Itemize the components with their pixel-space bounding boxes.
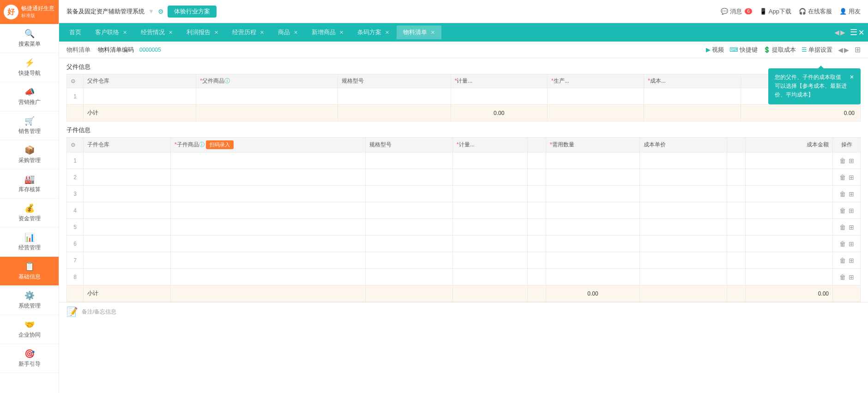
nav-tab-8[interactable]: 物料清单✕ — [397, 25, 441, 39]
child-product-7[interactable] — [171, 269, 366, 285]
trial-button[interactable]: 体验行业方案 — [168, 6, 217, 18]
copy-icon-4[interactable]: ⊞ — [849, 224, 854, 231]
child-unit-cost-0[interactable] — [639, 152, 727, 169]
sidebar-item-search[interactable]: 🔍搜索菜单 — [0, 24, 59, 53]
child-spec-0[interactable] — [365, 152, 452, 169]
child-product-3[interactable] — [171, 202, 366, 219]
doc-prev[interactable]: ◀ — [838, 46, 843, 54]
delete-icon-0[interactable]: 🗑 — [839, 157, 846, 164]
nav-tab-2[interactable]: 经营情况✕ — [134, 25, 179, 39]
child-unit-cost-2[interactable] — [639, 186, 727, 202]
nav-tab-close-6[interactable]: ✕ — [339, 30, 344, 36]
tooltip-close-btn[interactable]: ✕ — [850, 73, 854, 82]
child-product-0[interactable] — [171, 152, 366, 169]
child-warehouse-5[interactable] — [84, 236, 171, 252]
sidebar-item-finance[interactable]: 💰资金管理 — [0, 199, 59, 228]
child-unit-cost-5[interactable] — [639, 236, 727, 252]
child-measure-3[interactable] — [453, 202, 528, 219]
child-warehouse-2[interactable] — [84, 186, 171, 202]
breadcrumb-1[interactable]: 物料清单 — [66, 46, 90, 54]
app-download-btn[interactable]: 📱 App下载 — [760, 7, 791, 16]
child-measure-4[interactable] — [453, 219, 528, 236]
child-unit-cost-3[interactable] — [639, 202, 727, 219]
sidebar-item-operation[interactable]: 📊经营管理 — [0, 228, 59, 257]
sidebar-item-sales[interactable]: 🛒销售管理 — [0, 111, 59, 140]
child-spec-1[interactable] — [365, 169, 452, 186]
child-qty-5[interactable] — [546, 236, 640, 252]
extract-cost-btn[interactable]: 💲 提取成本 — [763, 46, 796, 54]
shortcut-btn[interactable]: ⌨ 快捷键 — [729, 46, 758, 54]
nav-prev[interactable]: ◀ — [834, 29, 839, 36]
child-warehouse-3[interactable] — [84, 202, 171, 219]
single-settings-btn[interactable]: ☰ 单据设置 — [802, 46, 832, 54]
nav-tab-close-8[interactable]: ✕ — [431, 30, 435, 36]
parent-measure-1[interactable] — [451, 88, 547, 105]
child-spec-4[interactable] — [365, 219, 452, 236]
copy-icon-7[interactable]: ⊞ — [849, 273, 854, 281]
copy-icon-2[interactable]: ⊞ — [849, 190, 854, 198]
delete-icon-7[interactable]: 🗑 — [839, 273, 846, 281]
copy-icon-3[interactable]: ⊞ — [849, 207, 854, 214]
child-measure-5[interactable] — [453, 236, 528, 252]
parent-cost-1[interactable] — [644, 88, 741, 105]
child-spec-5[interactable] — [365, 236, 452, 252]
delete-icon-2[interactable]: 🗑 — [839, 190, 846, 198]
copy-icon-1[interactable]: ⊞ — [849, 174, 854, 181]
nav-tab-5[interactable]: 商品✕ — [271, 25, 304, 39]
child-unit-cost-4[interactable] — [639, 219, 727, 236]
nav-tab-3[interactable]: 利润报告✕ — [180, 25, 225, 39]
child-measure-0[interactable] — [453, 152, 528, 169]
sidebar-item-system[interactable]: ⚙️系统管理 — [0, 286, 59, 315]
breadcrumb-2[interactable]: 物料清单编码 — [98, 46, 134, 54]
child-spec-6[interactable] — [365, 252, 452, 269]
sidebar-item-guide[interactable]: 🎯新手引导 — [0, 344, 59, 373]
child-unit-cost-1[interactable] — [639, 169, 727, 186]
child-warehouse-7[interactable] — [84, 269, 171, 285]
child-qty-1[interactable] — [546, 169, 640, 186]
parent-spec-1[interactable] — [338, 88, 451, 105]
parent-product-1[interactable] — [196, 88, 338, 105]
parent-prod-1[interactable] — [547, 88, 644, 105]
child-qty-4[interactable] — [546, 219, 640, 236]
parent-warehouse-1[interactable] — [84, 88, 196, 105]
nav-tab-close-4[interactable]: ✕ — [260, 30, 264, 36]
child-qty-7[interactable] — [546, 269, 640, 285]
sidebar-item-marketing[interactable]: 📣营销推广 — [0, 82, 59, 111]
delete-icon-4[interactable]: 🗑 — [839, 224, 846, 231]
nav-tab-6[interactable]: 新增商品✕ — [305, 25, 350, 39]
copy-icon-6[interactable]: ⊞ — [849, 257, 854, 264]
child-qty-2[interactable] — [546, 186, 640, 202]
sidebar-item-collab[interactable]: 🤝企业协同 — [0, 315, 59, 344]
delete-icon-1[interactable]: 🗑 — [839, 174, 846, 181]
child-spec-2[interactable] — [365, 186, 452, 202]
cth-settings[interactable]: ⚙ — [67, 138, 84, 152]
child-product-1[interactable] — [171, 169, 366, 186]
child-qty-6[interactable] — [546, 252, 640, 269]
delete-icon-6[interactable]: 🗑 — [839, 257, 846, 264]
th-settings[interactable]: ⚙ — [67, 74, 84, 88]
note-icon[interactable]: 📝 — [66, 306, 78, 317]
nav-tab-1[interactable]: 客户联络✕ — [89, 25, 133, 39]
child-measure-6[interactable] — [453, 252, 528, 269]
nav-tab-7[interactable]: 条码方案✕ — [351, 25, 396, 39]
nav-tab-close-5[interactable]: ✕ — [294, 30, 298, 36]
message-btn[interactable]: 💬 消息 6 — [721, 7, 752, 16]
child-product-5[interactable] — [171, 236, 366, 252]
sidebar-item-quick-nav[interactable]: ⚡快捷导航 — [0, 53, 59, 82]
child-warehouse-6[interactable] — [84, 252, 171, 269]
child-unit-cost-6[interactable] — [639, 252, 727, 269]
copy-icon-0[interactable]: ⊞ — [849, 157, 854, 164]
child-warehouse-0[interactable] — [84, 152, 171, 169]
child-warehouse-1[interactable] — [84, 169, 171, 186]
doc-next[interactable]: ▶ — [844, 46, 849, 54]
nav-grid-icon[interactable]: ☰ — [850, 27, 857, 37]
child-warehouse-4[interactable] — [84, 219, 171, 236]
child-product-6[interactable] — [171, 252, 366, 269]
nav-next[interactable]: ▶ — [840, 29, 845, 36]
sidebar-item-basic[interactable]: 📋基础信息 — [0, 257, 59, 286]
nav-tab-close-1[interactable]: ✕ — [123, 30, 127, 36]
expand-icon[interactable]: ⊞ — [855, 45, 861, 54]
online-service-btn[interactable]: 🎧 在线客服 — [799, 7, 832, 16]
nav-tab-4[interactable]: 经营历程✕ — [226, 25, 271, 39]
child-qty-3[interactable] — [546, 202, 640, 219]
